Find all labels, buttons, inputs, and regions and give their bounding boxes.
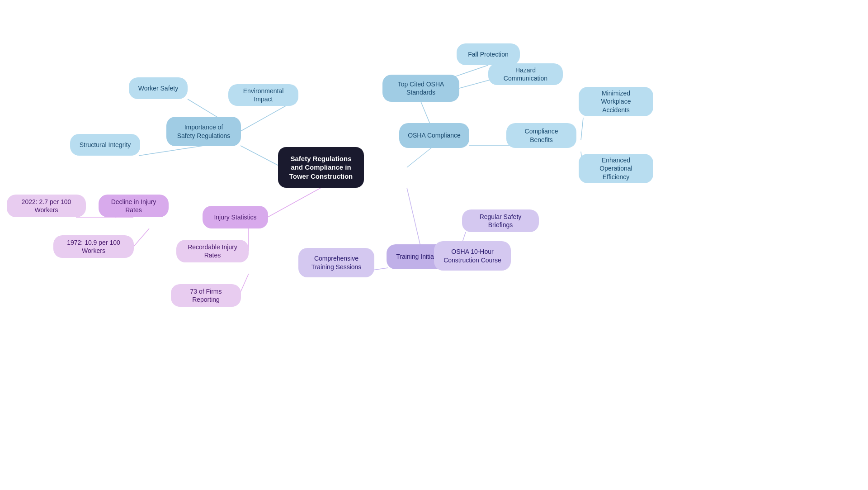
svg-line-9 [581,118,583,140]
top-cited-osha-node: Top Cited OSHA Standards [382,75,459,102]
svg-line-18 [240,274,249,294]
minimized-accidents-node: Minimized Workplace Accidents [579,87,653,116]
enhanced-efficiency-node: Enhanced Operational Efficiency [579,154,653,183]
environmental-impact-node: Environmental Impact [228,84,298,106]
osha-10hour-node: OSHA 10-Hour Construction Course [434,241,511,271]
fall-protection-node: Fall Protection [457,43,520,65]
injury-statistics-node: Injury Statistics [203,206,268,228]
svg-line-2 [241,106,286,131]
svg-line-21 [373,268,388,270]
firms-reporting-node: 73 of Firms Reporting [171,284,241,307]
regular-briefings-node: Regular Safety Briefings [462,209,539,232]
structural-integrity-node: Structural Integrity [70,134,140,156]
hazard-communication-node: Hazard Communication [488,63,563,85]
osha-compliance-node: OSHA Compliance [399,123,469,148]
svg-line-3 [139,146,203,156]
importance-safety-node: Importance of Safety Regulations [166,117,241,146]
center-node: Safety Regulations and Compliance in Tow… [278,147,364,188]
svg-line-11 [268,188,321,217]
decline-injury-rates-node: Decline in Injury Rates [99,195,169,217]
rate-2022-node: 2022: 2.7 per 100 Workers [7,195,86,217]
recordable-injury-node: Recordable Injury Rates [176,240,249,262]
worker-safety-node: Worker Safety [129,77,188,99]
svg-line-4 [407,146,434,167]
comprehensive-training-node: Comprehensive Training Sessions [298,248,374,277]
rate-1972-node: 1972: 10.9 per 100 Workers [53,235,134,258]
compliance-benefits-node: Compliance Benefits [506,123,576,148]
